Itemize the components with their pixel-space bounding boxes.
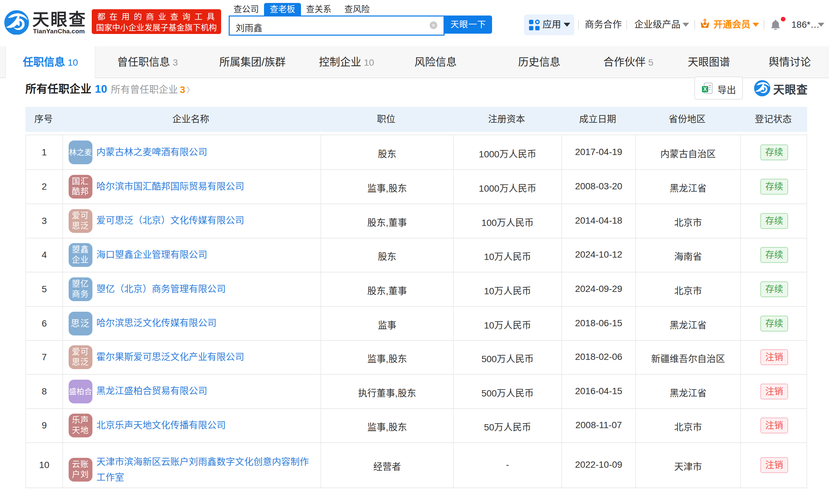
svg-text:X: X	[703, 86, 707, 92]
